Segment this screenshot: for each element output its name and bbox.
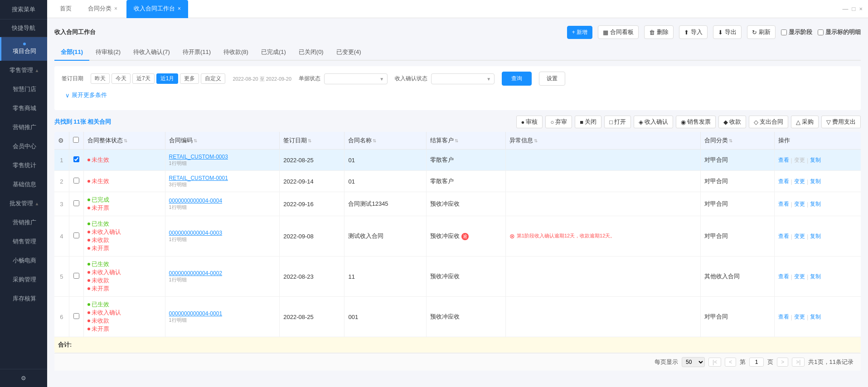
- page-number-input[interactable]: [749, 358, 764, 367]
- date-btn-today[interactable]: 今天: [112, 73, 131, 84]
- action-btn-查看[interactable]: 查看: [778, 273, 789, 281]
- sidebar-item-project[interactable]: 项目合同: [0, 37, 47, 61]
- action-btn-查看[interactable]: 查看: [778, 232, 789, 240]
- sidebar-item-retail-stats[interactable]: 零售统计: [0, 156, 47, 175]
- show-details-checkbox[interactable]: 显示标的明细: [818, 28, 861, 36]
- close-tab-income-contract[interactable]: ×: [178, 5, 181, 12]
- date-btn-custom[interactable]: 自定义: [201, 73, 225, 84]
- delete-button[interactable]: 🗑 删除: [644, 25, 674, 39]
- action-btn-查看[interactable]: 查看: [778, 156, 789, 164]
- last-page-btn[interactable]: >|: [792, 358, 805, 367]
- action-btn-复制[interactable]: 复制: [810, 232, 821, 240]
- settings-gear-icon[interactable]: ⚙: [58, 137, 64, 144]
- contract-code-link[interactable]: 0000000000004-0004: [169, 198, 222, 204]
- sidebar-item-smart-store[interactable]: 智慧门店: [0, 80, 47, 99]
- row-checkbox[interactable]: [73, 313, 79, 319]
- date-btn-1month[interactable]: 近1月: [156, 73, 179, 84]
- close-icon[interactable]: ×: [859, 5, 863, 12]
- abandon-btn[interactable]: ○ 弃审: [545, 116, 572, 128]
- query-button[interactable]: 查询: [502, 72, 532, 86]
- sidebar-item-sales-mgmt[interactable]: 销售管理: [0, 232, 47, 251]
- row-checkbox[interactable]: [73, 200, 79, 206]
- sidebar-item-wholesale[interactable]: 批发管理 ▲: [0, 194, 47, 213]
- sidebar-item-inventory[interactable]: 库存核算: [0, 289, 47, 308]
- settings-button[interactable]: 设置: [539, 72, 565, 86]
- contract-code-link[interactable]: RETAIL_CUSTOM-0001: [169, 175, 228, 181]
- collection-btn[interactable]: ◆ 收款: [718, 116, 746, 128]
- sidebar-item-member[interactable]: 会员中心: [0, 137, 47, 156]
- doc-status-select[interactable]: [324, 73, 388, 84]
- maximize-icon[interactable]: □: [852, 5, 856, 12]
- page-size-select[interactable]: 50 10 20 100: [682, 357, 705, 367]
- kanban-button[interactable]: ▦ 合同看板: [598, 25, 639, 39]
- new-button[interactable]: + 新增: [567, 26, 592, 39]
- income-confirm-btn[interactable]: ◈ 收入确认: [634, 116, 673, 128]
- filter-tab-completed[interactable]: 已完成(1): [255, 44, 292, 61]
- filter-tab-pending-invoice[interactable]: 待开票(11): [176, 44, 217, 61]
- contract-code-link[interactable]: 0000000000004-0002: [169, 270, 222, 276]
- row-checkbox[interactable]: [73, 232, 79, 238]
- sidebar-item-retail-mall[interactable]: 零售商城: [0, 99, 47, 118]
- first-page-btn[interactable]: |<: [708, 358, 721, 367]
- date-btn-more[interactable]: 更多: [180, 73, 199, 84]
- action-btn-复制[interactable]: 复制: [810, 178, 821, 185]
- refresh-button[interactable]: ↻ 刷新: [747, 25, 776, 39]
- sidebar-item-marketing[interactable]: 营销推广: [0, 118, 47, 137]
- action-btn-复制[interactable]: 复制: [810, 156, 821, 164]
- col-settings[interactable]: ⚙: [54, 132, 69, 150]
- tab-income-contract[interactable]: 收入合同工作台 ×: [126, 0, 188, 18]
- income-confirm-select[interactable]: [431, 73, 495, 84]
- action-btn-变更[interactable]: 变更: [794, 178, 805, 185]
- contract-code-link[interactable]: RETAIL_CUSTOM-0003: [169, 154, 228, 160]
- action-btn-变更[interactable]: 变更: [794, 156, 805, 164]
- filter-tab-pending-review[interactable]: 待审核(2): [89, 44, 127, 61]
- show-stages-checkbox[interactable]: 显示阶段: [781, 28, 812, 36]
- filter-tab-pending-payment[interactable]: 待收款(8): [217, 44, 255, 61]
- row-checkbox[interactable]: [73, 273, 79, 279]
- row-checkbox[interactable]: [73, 178, 79, 184]
- expand-btn[interactable]: ∨ 展开更多条件: [62, 89, 111, 101]
- minimize-icon[interactable]: —: [843, 5, 849, 12]
- prev-page-btn[interactable]: <: [725, 358, 736, 367]
- sidebar-item-marketing2[interactable]: 营销推广: [0, 213, 47, 232]
- action-btn-变更[interactable]: 变更: [794, 313, 805, 321]
- select-all-checkbox[interactable]: [73, 137, 79, 143]
- import-button[interactable]: ⬆ 导入: [679, 25, 708, 39]
- expense-out-btn[interactable]: ▽ 费用支出: [821, 116, 861, 128]
- action-btn-查看[interactable]: 查看: [778, 200, 789, 208]
- date-btn-7days[interactable]: 近7天: [132, 73, 155, 84]
- close-btn[interactable]: ■ 关闭: [575, 116, 601, 128]
- sidebar-item-retail-mgmt[interactable]: 零售管理 ▲: [0, 61, 47, 80]
- close-tab-contract-category[interactable]: ×: [114, 5, 117, 12]
- action-btn-查看[interactable]: 查看: [778, 313, 789, 321]
- tab-contract-category[interactable]: 合同分类 ×: [81, 0, 125, 18]
- contract-code-link[interactable]: 0000000000004-0003: [169, 230, 222, 236]
- sidebar-item-base-info[interactable]: 基础信息: [0, 175, 47, 194]
- contract-code-link[interactable]: 0000000000004-0001: [169, 310, 222, 317]
- filter-tab-changed[interactable]: 已变更(4): [330, 44, 368, 61]
- action-btn-变更[interactable]: 变更: [794, 273, 805, 281]
- row-checkbox[interactable]: [73, 156, 79, 162]
- out-contract-btn[interactable]: ◇ 支出合同: [749, 116, 788, 128]
- filter-tab-pending-income-confirm[interactable]: 待收入确认(7): [127, 44, 176, 61]
- sales-invoice-btn[interactable]: ◉ 销售发票: [676, 116, 716, 128]
- action-btn-复制[interactable]: 复制: [810, 200, 821, 208]
- action-btn-复制[interactable]: 复制: [810, 313, 821, 321]
- sidebar-item-purchase[interactable]: 采购管理: [0, 270, 47, 289]
- action-btn-查看[interactable]: 查看: [778, 178, 789, 185]
- export-button[interactable]: ⬇ 导出: [713, 25, 742, 39]
- tab-home[interactable]: 首页: [53, 0, 79, 18]
- date-btn-yesterday[interactable]: 昨天: [91, 73, 110, 84]
- action-btn-变更[interactable]: 变更: [794, 232, 805, 240]
- filter-tab-all[interactable]: 全部(11): [54, 44, 89, 61]
- purchase-btn[interactable]: △ 采购: [791, 116, 819, 128]
- sidebar-settings[interactable]: ⚙: [0, 369, 47, 387]
- action-btn-复制[interactable]: 复制: [810, 273, 821, 281]
- sidebar-search[interactable]: 搜索菜单: [0, 0, 47, 19]
- filter-tab-closed[interactable]: 已关闭(0): [292, 44, 330, 61]
- print-btn[interactable]: □ 打开: [604, 116, 631, 128]
- sidebar-item-xiaochu[interactable]: 小畅电商: [0, 251, 47, 270]
- sidebar-quicknav[interactable]: 快捷导航: [0, 19, 47, 37]
- next-page-btn[interactable]: >: [777, 358, 788, 367]
- review-btn[interactable]: ● 审核: [516, 116, 543, 128]
